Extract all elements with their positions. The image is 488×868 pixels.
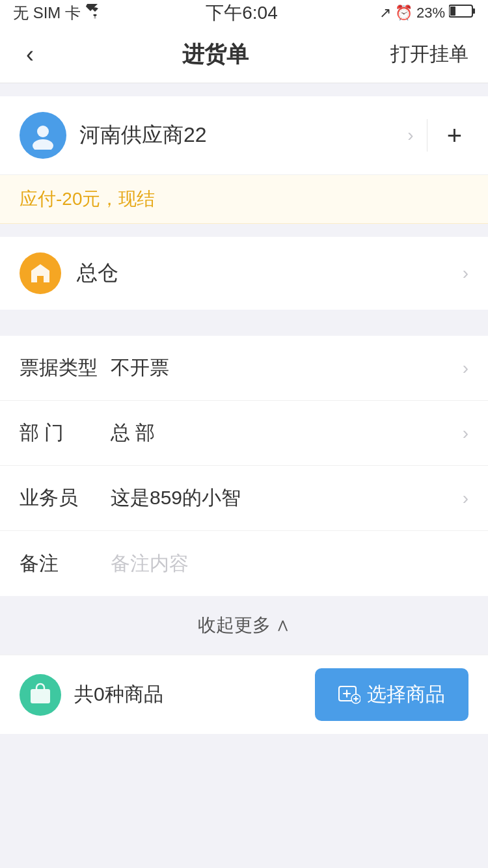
supplier-section: 河南供应商22 › + 应付-20元，现结 — [0, 96, 488, 224]
remark-row[interactable]: 备注 备注内容 — [0, 531, 488, 596]
warehouse-section: 总仓 › — [0, 237, 488, 310]
svg-rect-2 — [450, 7, 455, 16]
warehouse-name: 总仓 — [77, 259, 456, 288]
remark-label: 备注 — [20, 550, 111, 577]
supplier-row[interactable]: 河南供应商22 › + — [0, 96, 488, 175]
supplier-avatar — [20, 112, 66, 159]
status-time: 下午6:04 — [206, 1, 278, 25]
warehouse-chevron-icon: › — [463, 263, 468, 284]
back-button[interactable]: ‹ — [20, 34, 40, 75]
department-chevron-icon: › — [463, 423, 468, 444]
status-bar: 无 SIM 卡 下午6:04 ↗ ⏰ 23% — [0, 0, 488, 26]
page-title: 进货单 — [182, 40, 249, 70]
svg-point-3 — [37, 126, 49, 137]
supplier-chevron-icon: › — [407, 125, 413, 146]
salesperson-value: 这是859的小智 — [111, 485, 456, 511]
select-product-button[interactable]: 选择商品 — [315, 668, 468, 721]
salesperson-row[interactable]: 业务员 这是859的小智 › — [0, 466, 488, 531]
add-supplier-button[interactable]: + — [441, 121, 468, 150]
location-icon: ↗ — [379, 5, 391, 21]
department-row[interactable]: 部 门 总 部 › — [0, 401, 488, 466]
warehouse-icon-wrap — [20, 252, 61, 294]
spacer-3 — [0, 310, 488, 323]
status-left: 无 SIM 卡 — [13, 3, 104, 23]
department-label: 部 门 — [20, 420, 111, 446]
invoice-type-value: 不开票 — [111, 355, 456, 381]
svg-rect-1 — [472, 8, 475, 14]
svg-point-4 — [33, 139, 53, 150]
spacer-2 — [0, 224, 488, 237]
form-section: 票据类型 不开票 › 部 门 总 部 › 业务员 这是859的小智 › 备注 备… — [0, 336, 488, 596]
alarm-icon: ⏰ — [395, 5, 413, 21]
salesperson-label: 业务员 — [20, 485, 111, 511]
select-product-label: 选择商品 — [367, 681, 445, 708]
product-count-label: 共0种商品 — [74, 681, 315, 708]
product-icon-wrap — [20, 674, 61, 716]
battery-icon — [449, 4, 475, 22]
invoice-type-chevron-icon: › — [463, 358, 468, 379]
supplier-divider — [427, 119, 427, 152]
notice-banner: 应付-20元，现结 — [0, 175, 488, 224]
remark-placeholder: 备注内容 — [111, 550, 468, 577]
signal-text: 无 SIM 卡 — [13, 3, 81, 23]
status-right: ↗ ⏰ 23% — [379, 4, 475, 22]
warehouse-row[interactable]: 总仓 › — [0, 237, 488, 310]
invoice-type-row[interactable]: 票据类型 不开票 › — [0, 336, 488, 401]
battery-text: 23% — [416, 5, 445, 21]
svg-rect-5 — [37, 276, 44, 282]
salesperson-chevron-icon: › — [463, 488, 468, 509]
wifi-icon — [86, 4, 104, 22]
supplier-name: 河南供应商22 — [79, 121, 401, 150]
collapse-button[interactable]: 收起更多 ∧ — [0, 596, 488, 655]
bottom-bar: 共0种商品 选择商品 — [0, 655, 488, 734]
department-value: 总 部 — [111, 420, 456, 446]
open-pending-button[interactable]: 打开挂单 — [390, 41, 468, 68]
svg-rect-6 — [31, 689, 50, 703]
invoice-type-label: 票据类型 — [20, 355, 111, 381]
nav-bar: ‹ 进货单 打开挂单 — [0, 26, 488, 83]
spacer-1 — [0, 83, 488, 96]
page-rest — [0, 734, 488, 868]
